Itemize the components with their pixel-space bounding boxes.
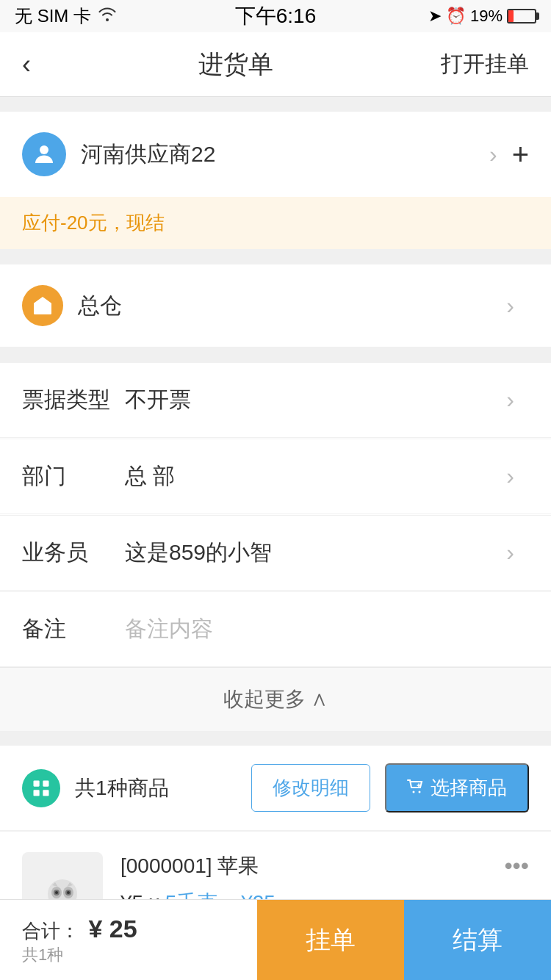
wifi-icon (97, 6, 118, 26)
alarm-icon: ⏰ (446, 7, 466, 26)
supplier-chevron-icon: › (489, 141, 497, 168)
supplier-name: 河南供应商22 (81, 140, 489, 170)
product-title: 苹果 (217, 854, 259, 877)
svg-point-6 (419, 791, 421, 793)
warehouse-name: 总仓 (78, 291, 506, 321)
warehouse-chevron-icon: › (506, 292, 514, 320)
svg-rect-3 (34, 790, 40, 796)
divider-1 (0, 97, 551, 112)
add-supplier-button[interactable]: + (512, 138, 529, 171)
salesman-label: 业务员 (22, 538, 110, 568)
status-bar: 无 SIM 卡 下午6:16 ➤ ⏰ 19% (0, 0, 551, 32)
svg-point-0 (40, 145, 48, 154)
back-button[interactable]: ‹ (22, 49, 31, 80)
battery-percent: 19% (470, 7, 503, 26)
form-section: 票据类型 不开票 › 部门 总 部 › 业务员 这是859的小智 › 备注 备注… (0, 362, 551, 667)
department-row[interactable]: 部门 总 部 › (0, 439, 551, 514)
products-header-section: 共1种商品 修改明细 选择商品 (0, 746, 551, 830)
divider-3 (0, 347, 551, 361)
department-chevron-icon: › (506, 463, 514, 490)
supplier-notice: 应付-20元，现结 (0, 197, 551, 249)
ticket-type-value: 不开票 (110, 385, 506, 415)
salesman-value: 这是859的小智 (110, 538, 506, 568)
ticket-type-chevron-icon: › (506, 386, 514, 414)
divider-4 (0, 731, 551, 746)
remark-label: 备注 (22, 614, 110, 644)
edit-detail-button[interactable]: 修改明细 (251, 764, 370, 812)
svg-rect-1 (34, 780, 40, 786)
warehouse-row[interactable]: 总仓 › (0, 264, 551, 347)
location-icon: ➤ (428, 7, 442, 26)
more-dots-icon: ••• (504, 852, 529, 879)
product-more-button[interactable]: ••• (504, 852, 529, 879)
footer-total: 合计： ¥ 25 共1种 (0, 915, 257, 966)
battery-icon (507, 9, 536, 24)
status-right: ➤ ⏰ 19% (428, 7, 536, 26)
salesman-row[interactable]: 业务员 这是859的小智 › (0, 515, 551, 591)
hold-button[interactable]: 挂单 (257, 900, 404, 981)
svg-rect-2 (43, 780, 48, 786)
products-count-label: 共1种商品 (75, 774, 237, 802)
status-time: 下午6:16 (235, 2, 317, 30)
checkout-button[interactable]: 结算 (404, 900, 551, 981)
carrier-label: 无 SIM 卡 (15, 4, 91, 28)
remark-row[interactable]: 备注 备注内容 (0, 591, 551, 667)
svg-point-12 (55, 891, 58, 894)
total-label: 合计： (22, 920, 79, 942)
footer: 合计： ¥ 25 共1种 挂单 结算 (0, 899, 551, 980)
collapse-button[interactable]: 收起更多 ∧ (0, 667, 551, 731)
ticket-type-label: 票据类型 (22, 385, 110, 415)
svg-point-13 (67, 891, 70, 894)
total-amount: ¥ 25 (88, 915, 137, 943)
supplier-section: 河南供应商22 › + 应付-20元，现结 (0, 112, 551, 249)
product-code: [0000001] (120, 854, 212, 877)
divider-2 (0, 249, 551, 264)
product-name: [0000001] 苹果 (120, 852, 486, 880)
select-product-label: 选择商品 (431, 775, 507, 801)
svg-rect-4 (43, 790, 48, 796)
salesman-chevron-icon: › (506, 539, 514, 566)
remark-input[interactable]: 备注内容 (110, 614, 529, 644)
ticket-type-row[interactable]: 票据类型 不开票 › (0, 362, 551, 438)
warehouse-section: 总仓 › (0, 264, 551, 347)
status-left: 无 SIM 卡 (15, 4, 118, 28)
open-hold-button[interactable]: 打开挂单 (441, 49, 529, 79)
products-header: 共1种商品 修改明细 选择商品 (0, 746, 551, 830)
cart-icon (407, 777, 425, 799)
warehouse-icon (22, 285, 63, 326)
select-product-button[interactable]: 选择商品 (385, 763, 529, 813)
svg-point-5 (413, 791, 415, 793)
supplier-row[interactable]: 河南供应商22 › + (0, 112, 551, 197)
products-icon (22, 769, 60, 807)
supplier-avatar (22, 132, 66, 176)
total-count: 共1种 (22, 944, 235, 966)
page-title: 进货单 (198, 48, 273, 82)
department-value: 总 部 (110, 461, 506, 491)
nav-bar: ‹ 进货单 打开挂单 (0, 32, 551, 97)
department-label: 部门 (22, 461, 110, 491)
